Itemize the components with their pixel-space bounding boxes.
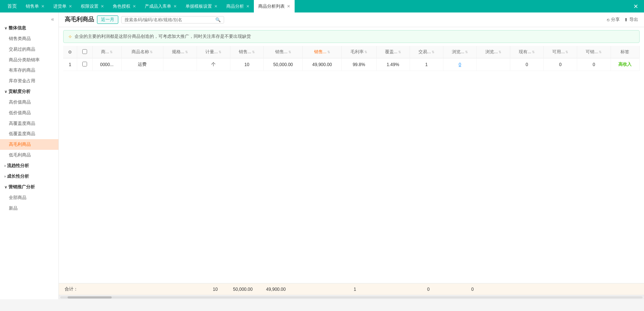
close-analysis-tab[interactable]: ✕ [246,4,249,9]
th-available-stock[interactable]: 可用...⇅ [544,46,577,58]
tip-text: 企业的主要的利润都是这部分商品创造的，可考虑加大推广，同时关注库存是不要出现缺货 [75,33,251,40]
th-gear[interactable]: ⚙ [63,46,77,58]
data-table: ⚙ 商...⇅ 商品名称⇅ 规格...⇅ 计量...⇅ 销售...⇅ 销售...… [63,46,640,71]
tip-banner: ✧ 企业的主要的利润都是这部分商品创造的，可考虑加大推广，同时关注库存是不要出现… [63,30,640,43]
sidebar-group-trend[interactable]: › 流趋性分析 [0,160,58,171]
th-sale-amount[interactable]: 销售...⇅ [264,46,303,58]
table-row: 1 0000... 运费 个 10 50,000.00 49,900.00 99… [63,58,640,71]
row-select-checkbox[interactable] [82,62,87,66]
th-sale-profit[interactable]: 销售...⇅ [303,46,342,58]
close-sales-tab[interactable]: ✕ [41,4,44,9]
row-current-stock: 0 [510,58,544,71]
sidebar-group-marketing[interactable]: ∨ 营销推广分析 [0,182,58,192]
nav-tab-analysis-list[interactable]: 商品分析列表 ✕ [254,0,295,12]
th-view2[interactable]: 浏览...⇅ [476,46,510,58]
footer-bar: 合计： 10 50,000.00 49,900.00 1 0 0 [59,283,644,295]
row-gross-margin: 99.8% [342,58,376,71]
tip-icon: ✧ [68,34,72,40]
close-permission-tab[interactable]: ✕ [101,4,104,9]
th-name[interactable]: 商品名称⇅ [122,46,163,58]
group-arrow-growth: › [4,174,6,178]
nav-tab-home[interactable]: 首页 [3,0,21,12]
share-button[interactable]: ⎋ 分享 [607,17,620,23]
row-sale-amount: 50,000.00 [264,58,303,71]
nav-tab-production[interactable]: 产成品入库单 ✕ [140,0,181,12]
row-unit: 个 [197,58,230,71]
close-template-tab[interactable]: ✕ [214,4,217,9]
sidebar-item-all-goods[interactable]: 全部商品 [0,192,58,203]
sidebar: « ∨ 整体信息 销售类商品 交易过的商品 商品分类助销率 有库存的商品 库存资… [0,12,59,299]
nav-bar: 首页 销售单 ✕ 进货单 ✕ 权限设置 ✕ 角色授权 ✕ 产成品入库单 ✕ 单据… [0,0,644,12]
th-gross-margin[interactable]: 毛利率⇅ [342,46,376,58]
sidebar-item-stock-capital[interactable]: 库存资金占用 [0,76,58,86]
close-all-tabs[interactable]: ✕ [630,3,641,10]
th-spec[interactable]: 规格...⇅ [163,46,197,58]
content-area: 高毛利商品 近一月 🔍 ⎋ 分享 ⬆ 导出 ✧ 企业的主要的利润都是这部分商品创… [59,12,644,299]
select-all-checkbox[interactable] [82,49,87,54]
nav-tab-role[interactable]: 角色授权 ✕ [108,0,140,12]
nav-tab-purchase[interactable]: 进货单 ✕ [49,0,76,12]
close-purchase-tab[interactable]: ✕ [69,4,72,9]
th-current-stock[interactable]: 现有...⇅ [510,46,544,58]
row-view1[interactable]: 0 [443,58,476,71]
table-header-row: ⚙ 商...⇅ 商品名称⇅ 规格...⇅ 计量...⇅ 销售...⇅ 销售...… [63,46,640,58]
sidebar-group-growth[interactable]: › 成长性分析 [0,171,58,182]
footer-saleable-stock: 0 [461,287,483,292]
row-sale-count: 10 [230,58,263,71]
page-title: 高毛利商品 [65,16,94,23]
main-layout: « ∨ 整体信息 销售类商品 交易过的商品 商品分类助销率 有库存的商品 库存资… [0,12,644,299]
th-trade[interactable]: 交易...⇅ [410,46,443,58]
sidebar-item-low-margin[interactable]: 低毛利商品 [0,150,58,160]
th-checkbox[interactable] [77,46,93,58]
footer-trade: 1 [344,287,366,292]
th-saleable-stock[interactable]: 可销...⇅ [577,46,611,58]
th-sale-count[interactable]: 销售...⇅ [230,46,263,58]
th-code[interactable]: 商...⇅ [92,46,121,58]
row-spec [163,58,197,71]
filter-recent-month-button[interactable]: 近一月 [97,15,118,24]
sidebar-group-overall[interactable]: ∨ 整体信息 [0,23,58,33]
nav-tab-permission[interactable]: 权限设置 ✕ [76,0,108,12]
export-button[interactable]: ⬆ 导出 [624,17,638,23]
th-unit[interactable]: 计量...⇅ [197,46,230,58]
sidebar-item-traded-goods[interactable]: 交易过的商品 [0,44,58,55]
sidebar-item-category-rate[interactable]: 商品分类助销率 [0,55,58,65]
scrollbar-thumb[interactable] [68,296,112,299]
search-input[interactable] [125,17,214,22]
scrollbar-track [60,296,643,299]
group-arrow-overall: ∨ [4,26,7,30]
th-tag[interactable]: 标签 [611,46,639,58]
sidebar-item-sales-goods[interactable]: 销售类商品 [0,33,58,44]
sidebar-item-stock-goods[interactable]: 有库存的商品 [0,65,58,76]
row-checkbox[interactable] [77,58,93,71]
th-view1[interactable]: 浏览...⇅ [443,46,476,58]
sidebar-item-new-goods[interactable]: 新品 [0,203,58,214]
sidebar-collapse-button[interactable]: « [50,16,55,22]
footer-cells: 10 50,000.00 49,900.00 1 0 0 [87,287,638,292]
row-view2 [476,58,510,71]
footer-current-stock: 0 [417,287,439,292]
row-tag: 高收入 [611,58,639,71]
group-arrow-trend: › [4,164,6,168]
sidebar-item-low-value[interactable]: 低价值商品 [0,108,58,118]
sidebar-item-low-coverage[interactable]: 低覆盖度商品 [0,129,58,139]
close-role-tab[interactable]: ✕ [133,4,136,9]
th-coverage[interactable]: 覆盖...⇅ [376,46,410,58]
export-icon: ⬆ [624,17,628,22]
nav-tab-sales[interactable]: 销售单 ✕ [21,0,49,12]
sidebar-item-high-value[interactable]: 高价值商品 [0,97,58,108]
row-saleable-stock: 0 [577,58,611,71]
horizontal-scrollbar[interactable] [59,295,644,299]
row-trade: 1 [410,58,443,71]
close-analysis-list-tab[interactable]: ✕ [287,4,290,9]
sidebar-group-contribution[interactable]: ∨ 贡献度分析 [0,86,58,97]
nav-tab-analysis[interactable]: 商品分析 ✕ [222,0,254,12]
close-production-tab[interactable]: ✕ [173,4,177,9]
search-icon[interactable]: 🔍 [215,17,221,22]
sidebar-item-high-coverage[interactable]: 高覆盖度商品 [0,118,58,129]
sidebar-item-high-margin[interactable]: 高毛利商品 [0,139,58,150]
row-sale-profit: 49,900.00 [303,58,342,71]
group-arrow-contribution: ∨ [4,90,7,94]
row-name: 运费 [122,58,163,71]
nav-tab-template[interactable]: 单据模板设置 ✕ [181,0,222,12]
